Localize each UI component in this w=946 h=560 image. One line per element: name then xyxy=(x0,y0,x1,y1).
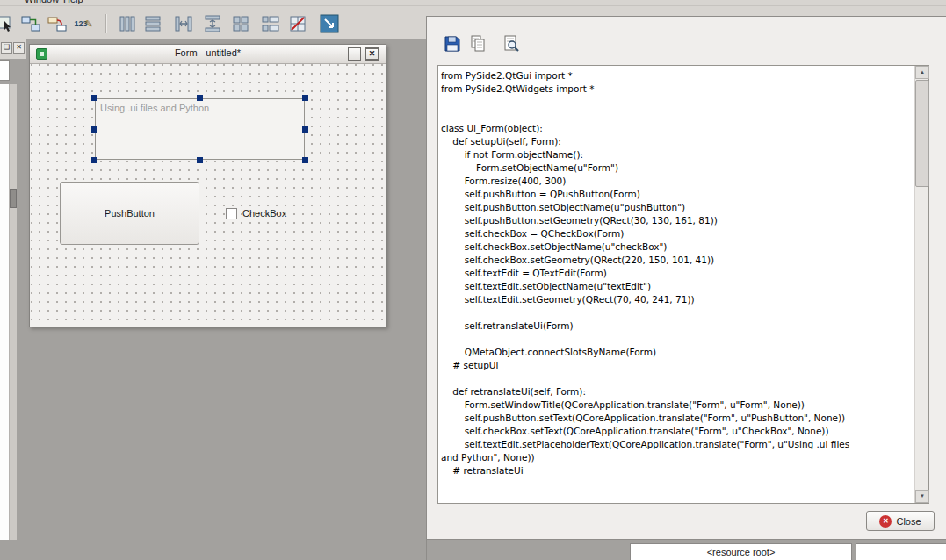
menu-help[interactable]: Help xyxy=(63,0,83,4)
checkbox-indicator[interactable] xyxy=(226,208,237,219)
layout-grid-icon[interactable] xyxy=(229,12,252,35)
form-canvas[interactable]: Using .ui files and Python PushButton Ch… xyxy=(31,64,385,326)
close-dialog-button[interactable]: ✕ Close xyxy=(866,511,935,531)
resource-root-item[interactable]: <resource root> xyxy=(630,543,852,560)
checkbox-widget[interactable]: CheckBox xyxy=(226,206,286,220)
resource-panel-column xyxy=(856,543,946,560)
pushbutton-widget[interactable]: PushButton xyxy=(60,182,199,245)
toolbar-separator xyxy=(105,14,107,33)
menu-window[interactable]: Window xyxy=(25,0,59,4)
vertical-scrollbar[interactable]: ▲ ▼ xyxy=(914,66,928,503)
layout-vertical-splitter-icon[interactable] xyxy=(201,12,224,35)
resize-handle-top-middle[interactable] xyxy=(197,95,203,101)
dock-filter-input-fragment[interactable] xyxy=(0,60,10,81)
dock-scrollbar-thumb[interactable] xyxy=(10,189,17,208)
resize-handle-top-right[interactable] xyxy=(302,95,308,101)
form-window-title: Form - untitled* xyxy=(30,47,386,58)
copy-icon[interactable] xyxy=(466,32,489,55)
save-icon[interactable] xyxy=(441,32,464,55)
screen: Window Help 123✎ xyxy=(0,0,946,560)
form-window-titlebar[interactable]: Form - untitled* - ✕ xyxy=(30,45,386,64)
code-view[interactable]: from PySide2.QtGui import * from PySide2… xyxy=(437,65,929,504)
layout-vertical-icon[interactable] xyxy=(141,12,164,35)
textedit-selection: Using .ui files and Python xyxy=(95,98,305,160)
layout-horizontal-splitter-icon[interactable] xyxy=(172,12,195,35)
textedit-placeholder: Using .ui files and Python xyxy=(100,103,209,113)
pencil-icon: ✎ xyxy=(84,18,92,30)
dock-close-button[interactable]: ✕ xyxy=(13,42,25,54)
dock-titlebar-fragment: ❏ ✕ xyxy=(0,39,26,59)
resize-handle-bottom-middle[interactable] xyxy=(197,157,203,163)
layout-horizontal-icon[interactable] xyxy=(116,12,139,35)
close-x-icon: ✕ xyxy=(879,515,892,528)
adjust-size-icon[interactable] xyxy=(318,12,341,35)
resize-handle-middle-right[interactable] xyxy=(302,126,308,133)
resize-handle-bottom-left[interactable] xyxy=(91,157,97,163)
edit-buddies-icon[interactable] xyxy=(46,12,69,35)
find-icon[interactable] xyxy=(500,32,523,55)
close-button[interactable]: ✕ xyxy=(365,47,379,61)
resize-handle-middle-left[interactable] xyxy=(91,126,97,133)
dock-list-fragment[interactable] xyxy=(0,84,10,540)
edit-widgets-icon[interactable] xyxy=(0,12,16,35)
edit-signals-slots-icon[interactable] xyxy=(19,12,42,35)
checkbox-label: CheckBox xyxy=(242,208,286,219)
scrollbar-thumb[interactable] xyxy=(915,80,929,187)
edit-tab-order-icon[interactable]: 123✎ xyxy=(72,12,95,35)
scroll-down-button[interactable]: ▼ xyxy=(915,490,929,503)
resize-handle-bottom-right[interactable] xyxy=(302,157,308,163)
resize-handle-top-left[interactable] xyxy=(91,95,97,101)
form-window: Form - untitled* - ✕ Using .ui files and… xyxy=(29,44,386,327)
code-text: from PySide2.QtGui import * from PySide2… xyxy=(441,69,914,501)
close-button-label: Close xyxy=(896,516,921,527)
dock-scrollbar-track[interactable] xyxy=(10,84,17,540)
code-preview-dialog: from PySide2.QtGui import * from PySide2… xyxy=(426,16,946,540)
layout-form-icon[interactable] xyxy=(259,12,282,35)
dock-float-button[interactable]: ❏ xyxy=(1,42,12,54)
scroll-up-button[interactable]: ▲ xyxy=(915,66,929,79)
textedit-widget[interactable]: Using .ui files and Python xyxy=(95,98,305,160)
minimize-button[interactable]: - xyxy=(348,47,361,61)
break-layout-icon[interactable] xyxy=(286,12,309,35)
